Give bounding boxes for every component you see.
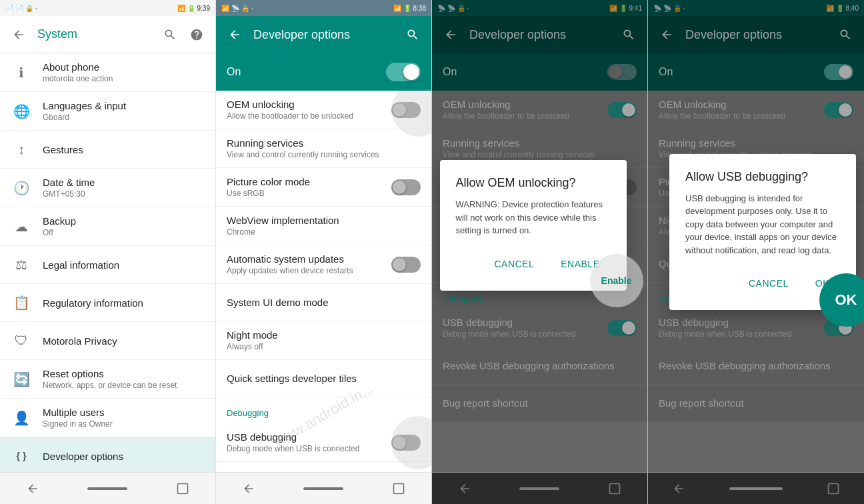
picture-toggle-container[interactable] (391, 179, 421, 195)
privacy-item[interactable]: 🛡 Motorola Privacy (0, 322, 215, 360)
system-ui-demo-title: System UI demo mode (227, 297, 421, 308)
auto-updates-thumb (393, 258, 406, 271)
enable-circle-label: Enable (601, 275, 632, 286)
revoke-usb-item[interactable]: Revoke USB debugging authorizations (216, 462, 431, 472)
help-button[interactable] (189, 27, 205, 43)
dot-icon: · (35, 5, 37, 12)
legal-title: Legal information (43, 259, 205, 271)
back-button[interactable] (11, 27, 27, 43)
oem-dialog-title: Allow OEM unlocking? (456, 176, 611, 190)
usb-toggle-thumb (393, 436, 406, 449)
usb-cancel-button[interactable]: Cancel (738, 273, 799, 294)
p2-nav-home[interactable] (303, 487, 343, 490)
vpn-icon: 🔒 (25, 5, 33, 12)
dev-options-toggle[interactable] (386, 63, 421, 81)
webview-item[interactable]: WebView implementation Chrome (216, 207, 431, 245)
datetime-subtitle: GMT+05:30 (43, 189, 205, 199)
status-icons-right: 📶 🔋 9:39 (177, 5, 210, 12)
usb-debugging-item[interactable]: USB debugging Debug mode when USB is con… (216, 423, 431, 462)
toggle-thumb (403, 64, 419, 80)
oem-toggle-container[interactable] (391, 102, 421, 118)
system-ui-demo-item[interactable]: System UI demo mode (216, 284, 431, 321)
p2-nav-recents[interactable] (388, 478, 409, 499)
nav-home-bar[interactable] (87, 487, 127, 490)
reset-item[interactable]: 🔄 Reset options Network, apps, or device… (0, 360, 215, 399)
usb-dialog-title: Allow USB debugging? (685, 170, 840, 184)
datetime-item[interactable]: 🕐 Date & time GMT+05:30 (0, 169, 215, 207)
gestures-title: Gestures (43, 144, 205, 155)
oem-toggle[interactable] (391, 102, 421, 118)
about-phone-item[interactable]: ℹ About phone motorola one action (0, 53, 215, 92)
users-item[interactable]: 👤 Multiple users Signed in as Owner (0, 399, 215, 437)
legal-icon: ⚖ (11, 254, 32, 275)
notification-icon: 📄 (5, 5, 13, 12)
p2-time: 8:38 (413, 5, 426, 12)
users-subtitle: Signed in as Owner (43, 419, 205, 429)
dev-options-icon: { } (11, 445, 32, 467)
picture-toggle-thumb (393, 181, 406, 194)
status-icons-left: 📄 📄 🔒 · (5, 5, 37, 12)
time-display: 9:39 (197, 5, 210, 12)
users-icon: 👤 (11, 407, 32, 429)
backup-subtitle: Off (43, 228, 205, 237)
legal-info-item[interactable]: ⚖ Legal information (0, 246, 215, 284)
dev-options-toggle-label: On (227, 66, 386, 78)
p2-search-button[interactable] (405, 27, 421, 43)
nav-back-button[interactable] (22, 478, 43, 499)
regulatory-item[interactable]: 📋 Regulatory information (0, 284, 215, 322)
picture-color-toggle[interactable] (391, 179, 421, 195)
battery-icon: 🔋 (187, 5, 195, 12)
auto-updates-title: Automatic system updates (227, 253, 391, 265)
p2-title: Developer options (253, 28, 394, 42)
gestures-item[interactable]: ↕ Gestures (0, 131, 215, 169)
debugging-header: Debugging (216, 397, 431, 423)
dev-options-oem-panel: 📡 📡 🔒 · 📶 🔋 9:41 Developer options On OE… (432, 0, 648, 504)
auto-updates-toggle[interactable] (391, 257, 421, 273)
search-button[interactable] (162, 27, 178, 43)
oem-unlocking-item[interactable]: OEM unlocking Allow the bootloader to be… (216, 91, 431, 129)
auto-updates-toggle-container[interactable] (391, 257, 421, 273)
reset-subtitle: Network, apps, or device can be reset (43, 381, 205, 390)
backup-title: Backup (43, 215, 205, 227)
oem-title: OEM unlocking (227, 99, 391, 110)
p2-nav-back[interactable] (238, 478, 259, 499)
oem-dialog-overlay: Allow OEM unlocking? WARNING: Device pro… (432, 0, 647, 504)
nav-bar-panel2 (216, 472, 431, 504)
dev-options-item[interactable]: { } Developer options (0, 437, 215, 472)
status-icons-p2-left: 📶 📡 🔒 · (221, 5, 253, 12)
usb-dialog-actions: Cancel OK (685, 273, 840, 294)
ok-circle-label: OK (835, 291, 857, 309)
p2-battery-icon: 🔋 (403, 5, 411, 12)
auto-updates-subtitle: Apply updates when device restarts (227, 266, 391, 275)
enable-circle-highlight: Enable (590, 254, 643, 307)
languages-item[interactable]: 🌐 Languages & input Gboard (0, 92, 215, 131)
oem-cancel-button[interactable]: Cancel (483, 253, 545, 275)
usb-toggle-container[interactable] (391, 435, 421, 451)
picture-color-subtitle: Use sRGB (227, 189, 391, 198)
usb-debugging-toggle[interactable] (391, 435, 421, 451)
oem-dialog-content: WARNING: Device protection features will… (456, 198, 611, 237)
p2-back-button[interactable] (227, 27, 243, 43)
system-settings-list: ℹ About phone motorola one action 🌐 Lang… (0, 53, 215, 472)
nav-recents-button[interactable] (172, 478, 193, 499)
system-settings-panel: 📄 📄 🔒 · 📶 🔋 9:39 System ℹ About phone (0, 0, 216, 504)
quick-settings-item[interactable]: Quick settings developer tiles (216, 360, 431, 397)
webview-subtitle: Chrome (227, 227, 421, 237)
picture-color-item[interactable]: Picture color mode Use sRGB (216, 168, 431, 207)
usb-debugging-subtitle: Debug mode when USB is connected (227, 444, 391, 453)
night-mode-item[interactable]: Night mode Always off (216, 321, 431, 360)
svg-rect-1 (393, 483, 403, 493)
p2-wifi-icon: 📶 (393, 5, 401, 12)
backup-item[interactable]: ☁ Backup Off (0, 207, 215, 246)
auto-updates-item[interactable]: Automatic system updates Apply updates w… (216, 245, 431, 284)
languages-icon: 🌐 (11, 101, 32, 122)
running-services-item[interactable]: Running services View and control curren… (216, 129, 431, 168)
datetime-title: Date & time (43, 177, 205, 188)
usb-dialog: Allow USB debugging? USB debugging is in… (669, 154, 856, 311)
p2-notif-icon: 📶 (221, 5, 229, 12)
dev-options-toggle-row[interactable]: On (216, 53, 431, 91)
usb-debugging-title: USB debugging (227, 431, 391, 443)
reset-title: Reset options (43, 368, 205, 379)
backup-icon: ☁ (11, 216, 32, 237)
system-toolbar: System (0, 16, 215, 53)
